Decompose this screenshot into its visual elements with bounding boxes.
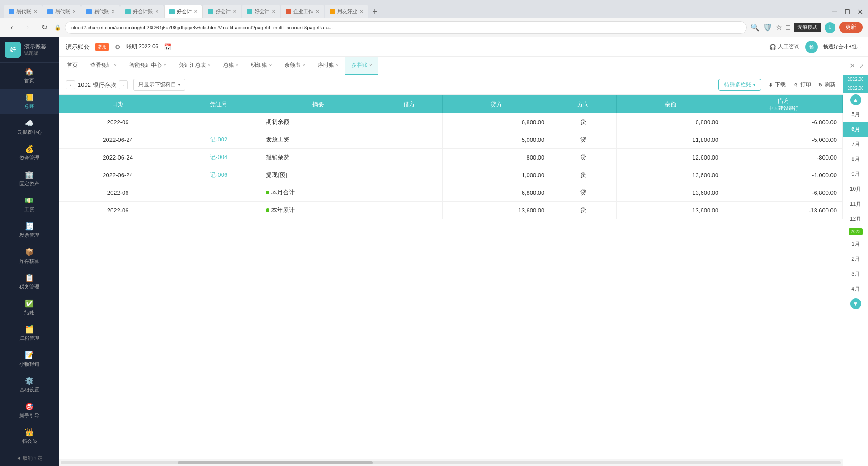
next-account-button[interactable]: › — [119, 80, 128, 89]
bottom-scrollbar[interactable] — [59, 459, 843, 466]
nav-tab[interactable]: 序时账× — [311, 57, 345, 75]
nav-tab[interactable]: 查看凭证× — [84, 57, 123, 75]
table-cell[interactable]: 记-004 — [177, 149, 260, 166]
nav-tab-close-button[interactable]: × — [369, 63, 372, 68]
table-cell[interactable]: 记-002 — [177, 131, 260, 149]
prev-account-button[interactable]: ‹ — [66, 80, 75, 89]
sidebar-item-发票管理[interactable]: 🧾发票管理 — [0, 217, 59, 243]
browser-tab[interactable]: 好会计✕ — [203, 5, 241, 18]
nav-tab[interactable]: 多栏账× — [345, 57, 378, 75]
nav-tab[interactable]: 首页 — [61, 57, 84, 75]
browser-tab[interactable]: 好会计✕ — [242, 5, 280, 18]
nav-tab-close-button[interactable]: × — [269, 63, 272, 68]
sidebar-item-新手引导[interactable]: 🎯新手引导 — [0, 398, 59, 424]
browser-tab[interactable]: 易代账✕ — [4, 5, 42, 18]
browser-tab[interactable]: 好会计账✕ — [120, 5, 164, 18]
sidebar-item-云报表中心[interactable]: ☁️云报表中心 — [0, 114, 59, 140]
consult-button[interactable]: 🎧 人工咨询 — [769, 43, 800, 51]
month-item[interactable]: 11月 — [843, 197, 868, 212]
tab-close-button[interactable]: ✕ — [111, 9, 115, 14]
nav-tab[interactable]: 明细账× — [245, 57, 278, 75]
sidebar-item-总账[interactable]: 📒总账 — [0, 89, 59, 114]
print-button[interactable]: 🖨 打印 — [793, 81, 811, 89]
special-multi-button[interactable]: 特殊多栏账 ▾ — [718, 79, 761, 91]
month-item[interactable]: 3月 — [843, 267, 868, 282]
nav-tab-close-button[interactable]: × — [302, 63, 305, 68]
nav-tab-close-button[interactable]: × — [236, 63, 239, 68]
month-item[interactable]: 1月 — [843, 237, 868, 252]
sidebar-item-资金管理[interactable]: 💰资金管理 — [0, 140, 59, 166]
month-item[interactable]: 2月 — [843, 252, 868, 267]
month-item[interactable]: 9月 — [843, 167, 868, 182]
close-panel-button[interactable]: ✕ — [849, 61, 855, 70]
browser-tab[interactable]: 好会计✕ — [164, 5, 203, 18]
sidebar-item-首页[interactable]: 🏠首页 — [0, 63, 59, 89]
nav-tab-close-button[interactable]: × — [114, 63, 117, 68]
add-tab-button[interactable]: + — [368, 5, 381, 18]
tab-close-button[interactable]: ✕ — [359, 9, 363, 14]
nav-tab[interactable]: 余额表× — [278, 57, 311, 75]
sidebar-item-畅会员[interactable]: 👑畅会员 — [0, 424, 59, 449]
sidebar-item-归档管理[interactable]: 🗂️归档管理 — [0, 320, 59, 346]
browser-tab[interactable]: 易代账✕ — [42, 5, 81, 18]
refresh-button[interactable]: ↻ 刷新 — [818, 81, 835, 89]
ledger-table-wrapper[interactable]: 日期 凭证号 摘要 借方 贷方 方向 余额 借方 中国建设银行 — [59, 95, 843, 459]
sidebar-item-结账[interactable]: ✅结账 — [0, 295, 59, 320]
browser-tab[interactable]: 易代账✕ — [81, 5, 120, 18]
calendar-icon[interactable]: 📅 — [164, 43, 171, 51]
download-button[interactable]: ⬇ 下载 — [769, 81, 786, 89]
nav-tab-close-button[interactable]: × — [208, 63, 211, 68]
month-item[interactable]: 7月 — [843, 137, 868, 152]
tab-close-button[interactable]: ✕ — [155, 9, 159, 14]
nav-tab[interactable]: 总账× — [217, 57, 245, 75]
user-avatar[interactable]: 畅 — [805, 41, 818, 53]
nav-tab[interactable]: 凭证汇总表× — [173, 57, 217, 75]
tab-close-button[interactable]: ✕ — [272, 9, 275, 14]
scroll-down-button[interactable]: ▼ — [850, 298, 861, 309]
sidebar-item-工资[interactable]: 💵工资 — [0, 192, 59, 217]
nav-tab[interactable]: 智能凭证中心× — [123, 57, 173, 75]
browser-tab[interactable]: 企业工作✕ — [281, 5, 324, 18]
forward-button[interactable]: › — [22, 21, 34, 34]
month-item[interactable]: 6月 — [843, 122, 868, 137]
table-cell: 2022-06-24 — [59, 149, 177, 166]
extension-icon[interactable]: □ — [786, 24, 790, 32]
sidebar-item-税务管理[interactable]: 📋税务管理 — [0, 269, 59, 295]
nav-tab-close-button[interactable]: × — [164, 63, 166, 68]
expand-button[interactable]: ⤢ — [859, 62, 864, 70]
tag-badge[interactable]: 常用 — [95, 43, 109, 51]
settings-icon[interactable]: ⚙ — [115, 43, 121, 51]
month-item[interactable]: 8月 — [843, 152, 868, 167]
tab-close-button[interactable]: ✕ — [194, 9, 198, 14]
table-cell[interactable]: 记-006 — [177, 166, 260, 184]
browser-tab[interactable]: 用友好业✕ — [325, 5, 368, 18]
month-item[interactable]: 12月 — [843, 212, 868, 226]
sidebar-item-小畅报销[interactable]: 📝小畅报销 — [0, 346, 59, 372]
month-item[interactable]: 10月 — [843, 182, 868, 197]
sidebar-item-基础设置[interactable]: ⚙️基础设置 — [0, 372, 59, 398]
scroll-up-button[interactable]: ▲ — [850, 94, 861, 105]
tab-close-button[interactable]: ✕ — [33, 9, 37, 14]
reload-button[interactable]: ↻ — [38, 21, 51, 34]
tab-close-button[interactable]: ✕ — [316, 9, 319, 14]
maximize-button[interactable]: ⧠ — [843, 7, 852, 16]
address-input[interactable] — [65, 21, 747, 34]
no-trace-badge[interactable]: 无痕模式 — [794, 23, 821, 32]
table-cell: 报销杂费 — [260, 149, 376, 166]
update-button[interactable]: 更新 — [839, 22, 863, 33]
close-button[interactable]: ✕ — [855, 7, 864, 16]
back-button[interactable]: ‹ — [5, 21, 18, 34]
filter-dropdown[interactable]: 只显示下级科目 ▾ — [133, 79, 185, 91]
sidebar-item-固定资产[interactable]: 🏢固定资产 — [0, 166, 59, 192]
tab-close-button[interactable]: ✕ — [233, 9, 236, 14]
tab-close-button[interactable]: ✕ — [72, 9, 76, 14]
minimize-button[interactable]: ─ — [830, 7, 839, 16]
user-icon[interactable]: U — [825, 22, 835, 33]
sidebar-bottom[interactable]: ◄ 取消固定 — [0, 450, 59, 466]
month-item[interactable]: 4月 — [843, 282, 868, 297]
search-icon[interactable]: 🔍 — [750, 23, 760, 32]
nav-tab-close-button[interactable]: × — [336, 63, 339, 68]
month-item[interactable]: 5月 — [843, 107, 868, 122]
star-icon[interactable]: ☆ — [776, 23, 782, 32]
sidebar-item-库存核算[interactable]: 📦库存核算 — [0, 243, 59, 269]
